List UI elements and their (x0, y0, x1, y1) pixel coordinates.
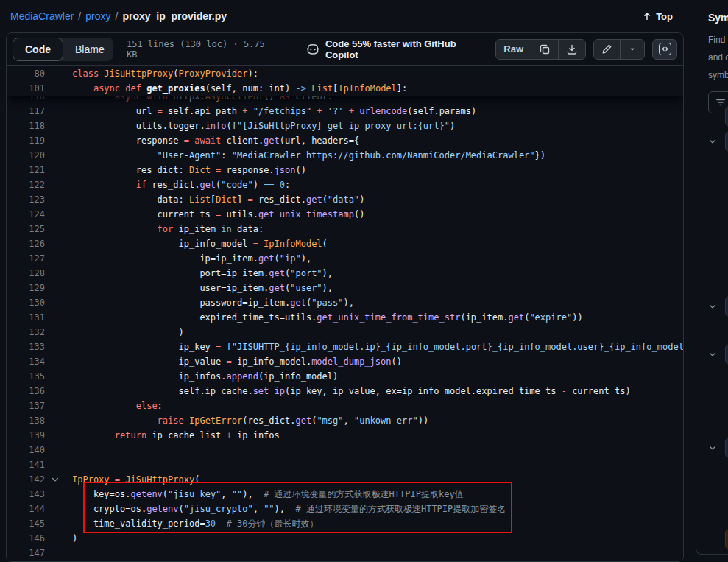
chevron-down-icon[interactable] (708, 296, 718, 317)
line-number[interactable]: 80 (7, 66, 45, 81)
code-line: 141 (7, 457, 683, 472)
symbol-item[interactable] (725, 529, 728, 549)
code-text: raise IpGetError(res_dict.get("msg", "un… (45, 413, 428, 428)
fold-chevron-icon[interactable] (49, 472, 61, 487)
code-line: 143 key=os.getenv("jisu_key", ""), # 通过环… (7, 487, 683, 502)
code-text: "User-Agent": "MediaCrawler https://gith… (45, 148, 545, 163)
back-to-top-link[interactable]: Top (642, 11, 673, 22)
symbols-list (696, 0, 728, 554)
sticky-scope-lines: 80class JiSuHttpProxy(ProxyProvider):101… (7, 66, 683, 96)
line-number[interactable]: 132 (7, 325, 45, 340)
line-number[interactable]: 144 (7, 502, 45, 516)
line-number[interactable]: 139 (7, 428, 45, 443)
line-number[interactable]: 143 (7, 487, 45, 502)
code-text: ip_value = ip_info_model.model_dump_json… (45, 354, 402, 369)
code-blame-switch: Code Blame (13, 38, 113, 61)
code-square-icon (659, 43, 671, 55)
code-line: 122 if res_dict.get("code") == 0: (7, 178, 683, 192)
line-number[interactable]: 134 (7, 354, 45, 369)
code-line: 127 ip=ip_item.get("ip"), (7, 251, 683, 266)
tab-code[interactable]: Code (13, 38, 63, 61)
copy-icon (539, 43, 551, 55)
code-line: 117 url = self.api_path + "/fetchips" + … (7, 104, 683, 119)
edit-button[interactable] (594, 40, 620, 59)
line-number[interactable]: 101 (7, 81, 45, 96)
line-number[interactable]: 124 (7, 207, 45, 222)
line-number[interactable]: 130 (7, 295, 45, 310)
symbol-item[interactable] (725, 131, 728, 152)
copy-button[interactable] (531, 40, 558, 59)
breadcrumb-repo-link[interactable]: MediaCrawler (10, 10, 74, 22)
code-line: 126 ip_info_model = IpInfoModel( (7, 236, 683, 251)
line-number[interactable]: 119 (7, 133, 45, 148)
line-number[interactable]: 141 (7, 457, 45, 472)
pencil-icon (601, 43, 612, 55)
code-line: 120 "User-Agent": "MediaCrawler https://… (7, 148, 683, 163)
code-text: utils.logger.info(f"[JiSuHttpProxy] get … (45, 119, 455, 133)
code-line: 123 data: List[Dict] = res_dict.get("dat… (7, 192, 683, 207)
code-text: for ip_item in data: (45, 222, 264, 236)
copilot-banner[interactable]: Code 55% faster with GitHub Copilot (306, 38, 487, 60)
code-text (45, 457, 72, 472)
line-number[interactable]: 120 (7, 148, 45, 163)
download-button[interactable] (558, 40, 585, 59)
code-text: ip_infos.append(ip_info_model) (45, 369, 338, 384)
line-number[interactable]: 127 (7, 251, 45, 266)
line-number[interactable]: 136 (7, 384, 45, 398)
line-number[interactable]: 142 (7, 472, 45, 487)
line-number[interactable]: 118 (7, 119, 45, 133)
code-viewer[interactable]: 116 async with httpx.AsyncClient() as cl… (7, 66, 683, 561)
code-line: 132 ) (7, 325, 683, 340)
chevron-down-icon[interactable] (708, 344, 718, 365)
code-line: 101 async def get_proxies(self, num: int… (7, 81, 683, 96)
code-text: expired_time_ts=utils.get_unix_time_from… (45, 310, 583, 325)
code-text (45, 546, 72, 561)
code-text: res_dict: Dict = response.json() (45, 163, 306, 178)
line-number[interactable]: 131 (7, 310, 45, 325)
raw-button[interactable]: Raw (496, 40, 531, 59)
line-number[interactable]: 126 (7, 236, 45, 251)
line-number[interactable]: 123 (7, 192, 45, 207)
line-number[interactable]: 145 (7, 516, 45, 531)
symbol-item[interactable] (725, 296, 728, 317)
line-number[interactable]: 129 (7, 281, 45, 295)
line-number[interactable]: 125 (7, 222, 45, 236)
breadcrumb-folder-link[interactable]: proxy (85, 10, 110, 22)
chevron-down-icon[interactable] (708, 438, 718, 458)
code-line: 128 port=ip_item.get("port"), (7, 266, 683, 281)
symbol-item[interactable] (725, 438, 728, 458)
download-icon (566, 43, 578, 55)
line-number[interactable]: 121 (7, 163, 45, 178)
symbol-item[interactable] (725, 344, 728, 365)
line-number[interactable]: 140 (7, 443, 45, 457)
code-text: current_ts = utils.get_unix_timestamp() (45, 207, 364, 222)
code-line: 121 res_dict: Dict = response.json() (7, 163, 683, 178)
chevron-down-icon[interactable] (708, 131, 718, 152)
symbols-panel: Symbols Find definitions and references … (696, 0, 728, 555)
code-text: self.ip_cache.set_ip(ip_key, ip_value, e… (45, 384, 631, 398)
code-text: time_validity_period=30 # 30分钟（最长时效） (45, 516, 318, 531)
code-text: ip_key = f"JISUHTTP_{ip_info_model.ip}_{… (45, 340, 683, 354)
line-number[interactable]: 135 (7, 369, 45, 384)
line-number[interactable]: 147 (7, 546, 45, 561)
line-number[interactable]: 117 (7, 104, 45, 119)
line-number[interactable]: 138 (7, 413, 45, 428)
symbols-panel-toggle-button[interactable] (652, 39, 677, 60)
tab-blame[interactable]: Blame (63, 38, 113, 61)
code-line: 131 expired_time_ts=utils.get_unix_time_… (7, 310, 683, 325)
line-number[interactable]: 146 (7, 531, 45, 546)
line-number[interactable]: 137 (7, 398, 45, 413)
code-line: 133 ip_key = f"JISUHTTP_{ip_info_model.i… (7, 340, 683, 354)
symbol-item[interactable] (725, 106, 728, 127)
edit-dropdown-button[interactable] (620, 40, 644, 59)
code-text: ip=ip_item.get("ip"), (45, 251, 311, 266)
line-number[interactable]: 133 (7, 340, 45, 354)
code-text (45, 443, 72, 457)
line-number[interactable]: 122 (7, 178, 45, 192)
code-line: 118 utils.logger.info(f"[JiSuHttpProxy] … (7, 119, 683, 133)
code-text: class JiSuHttpProxy(ProxyProvider): (45, 66, 258, 81)
line-number[interactable]: 128 (7, 266, 45, 281)
file-toolbar: Code Blame 151 lines (130 loc) · 5.75 KB… (7, 33, 683, 66)
code-line: 146) (7, 531, 683, 546)
code-text: response = await client.get(url, headers… (45, 133, 359, 148)
